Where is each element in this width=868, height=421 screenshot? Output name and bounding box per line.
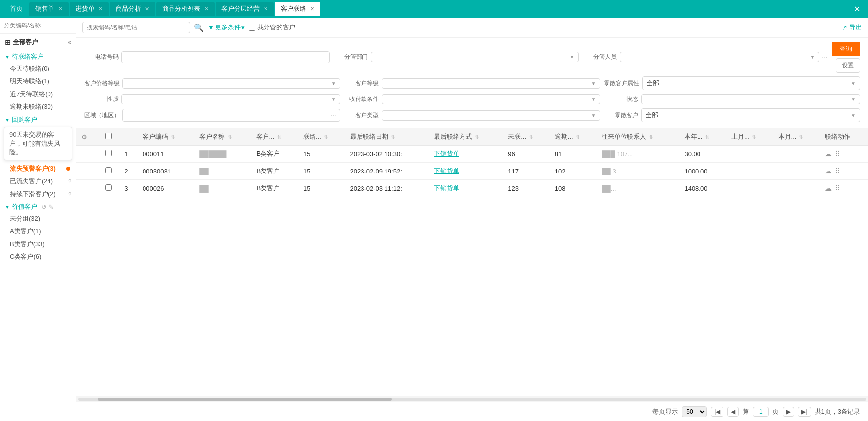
sidebar-item-churned[interactable]: 已流失客户(24) ? [0,175,76,188]
tab-goods-analysis-close[interactable]: ✕ [145,6,149,12]
tab-goods-analysis[interactable]: 商品分析 ✕ [110,2,155,16]
col-type[interactable]: 客户... [251,128,298,146]
row-last-contact-method-0[interactable]: 下销货单 [429,146,503,163]
tab-goods-analysis-list-close[interactable]: ✕ [204,6,209,12]
last-page-btn[interactable]: ▶| [798,407,811,417]
filter-cell-customer-type: 客户类型 ▼ [344,110,601,121]
sidebar-item-ungrouped[interactable]: 未分组(32) [0,212,76,225]
col-action: 联络动作 [820,128,868,146]
col-this-month[interactable]: 本月... [773,128,820,146]
dept-select[interactable]: ▼ [371,52,579,62]
edit-icon[interactable]: ✎ [48,203,54,211]
phone-input[interactable] [121,51,330,63]
sidebar-item-overdue[interactable]: 逾期未联络(30) [0,100,76,113]
contact-action-icon-1[interactable]: ☁ [825,167,832,175]
search-input[interactable] [82,22,190,33]
next-page-btn[interactable]: ▶ [783,407,794,417]
tab-customer-segment[interactable]: 客户分层经营 ✕ [216,2,274,16]
sidebar-group-value[interactable]: ▼ 价值客户 ↺ ✎ [0,200,76,212]
filter-cell-payment: 收付款条件 ▼ [344,94,601,104]
sidebar-item-today[interactable]: 今天待联络(0) [0,62,76,75]
col-overdue[interactable]: 逾期... [550,128,597,146]
contact-action-icon-2[interactable]: ☁ [825,184,832,192]
row-check-2[interactable] [105,184,112,191]
sidebar-item-7days[interactable]: 近7天待联络(0) [0,88,76,100]
refresh-icon[interactable]: ↺ [41,203,47,211]
col-settings[interactable]: ⚙ [76,128,97,146]
tab-customer-contact[interactable]: 客户联络 ✕ [275,2,320,16]
page-number-input[interactable] [753,407,769,417]
sidebar-group-pending[interactable]: ▼ 待联络客户 [0,50,76,62]
my-customers-checkbox[interactable]: 我分管的客户 [249,23,295,32]
col-code[interactable]: 客户编码 [138,128,194,146]
row-last-contact-method-1[interactable]: 下销货单 [429,163,503,180]
grade-select[interactable]: ▼ [382,78,601,89]
tab-sales-close[interactable]: ✕ [58,6,63,12]
row-this-year-2: 1408.00 [679,180,726,197]
col-no-contact[interactable]: 未联... [503,128,550,146]
retail-dropdown-icon: ▼ [851,113,856,118]
region-more-icon[interactable]: ··· [330,111,336,119]
tab-sales[interactable]: 销售单 ✕ [29,2,69,16]
prev-page-btn[interactable]: ◀ [727,407,739,417]
export-button[interactable]: ↗ 导出 [842,23,862,32]
tab-purchase-close[interactable]: ✕ [98,6,103,12]
select-all-checkbox[interactable] [105,133,112,139]
sidebar-item-declining[interactable]: 持续下滑客户(2) ? [0,188,76,200]
col-this-year[interactable]: 本年... [679,128,726,146]
col-contact[interactable]: 联络... [298,128,345,146]
first-page-btn[interactable]: |◀ [711,407,723,417]
tab-customer-segment-close[interactable]: ✕ [264,6,268,12]
per-page-select[interactable]: 50 100 200 [682,406,707,417]
nature-select[interactable]: ▼ [121,94,340,104]
region-label: 区域（地区） [84,111,120,120]
action-buttons: 查询 设置 [832,42,860,73]
tab-customer-contact-close[interactable]: ✕ [310,6,314,12]
row-unit-contact-2: ██... [597,180,679,197]
sidebar-item-class-a[interactable]: A类客户(1) [0,225,76,238]
my-customers-check[interactable] [249,25,255,31]
row-name-2: ██ [194,180,251,197]
sidebar-item-class-b[interactable]: B类客户(33) [0,238,76,250]
tab-home[interactable]: 首页 [4,2,28,16]
query-button[interactable]: 查询 [832,42,860,56]
search-button[interactable]: 🔍 [194,23,204,32]
horizontal-scrollbar[interactable] [76,396,868,402]
price-grade-select[interactable]: ▼ [122,78,340,89]
more-action-icon-2[interactable]: ⠿ [835,184,840,192]
sidebar-item-tomorrow[interactable]: 明天待联络(1) [0,75,76,88]
sidebar-item-class-c[interactable]: C类客户(6) [0,250,76,263]
more-action-icon-1[interactable]: ⠿ [835,167,840,175]
retail-attr-select[interactable]: 全部 ▼ [642,76,860,90]
col-last-contact-date[interactable]: 最后联络日期 [345,128,429,146]
sidebar-item-churn-warning[interactable]: 流失预警客户(3) [0,162,76,175]
status-select[interactable]: ▼ [641,94,860,104]
col-unit-contact[interactable]: 往来单位联系人 [597,128,679,146]
more-conditions-btn[interactable]: ▼ 更多条件 ▾ [208,23,245,32]
more-action-icon-0[interactable]: ⠿ [835,150,840,158]
window-close-button[interactable]: ✕ [850,2,864,16]
row-check-0[interactable] [105,150,112,156]
col-name[interactable]: 客户名称 [194,128,251,146]
sidebar-all-customers[interactable]: ⊞ 全部客户 « [0,34,76,50]
col-last-contact-method[interactable]: 最后联络方式 [429,128,503,146]
row-check-1[interactable] [105,167,112,173]
contact-action-icon-0[interactable]: ☁ [825,150,832,158]
sidebar-search-input[interactable] [4,22,76,29]
payment-select[interactable]: ▼ [382,94,601,104]
customer-type-select[interactable]: ▼ [382,110,601,121]
price-grade-label: 客户价格等级 [84,79,120,88]
status-dropdown-icon: ▼ [851,97,856,102]
person-select[interactable]: ▼ [620,52,819,62]
tab-purchase[interactable]: 进货单 ✕ [70,2,109,16]
settings-button[interactable]: 设置 [836,58,860,73]
row-last-contact-method-2[interactable]: 下销货单 [429,180,503,197]
retail-select[interactable]: 全部 ▼ [641,108,860,122]
col-last-month[interactable]: 上月... [726,128,773,146]
tab-goods-analysis-list[interactable]: 商品分析列表 ✕ [156,2,215,16]
sidebar-collapse-btn[interactable]: « [68,39,71,46]
scrollbar-thumb[interactable] [98,398,392,401]
region-select[interactable]: ··· [122,109,340,122]
person-more-icon[interactable]: ··· [822,53,828,61]
sidebar-group-repurchase[interactable]: ▼ 回购客户 [0,113,76,125]
